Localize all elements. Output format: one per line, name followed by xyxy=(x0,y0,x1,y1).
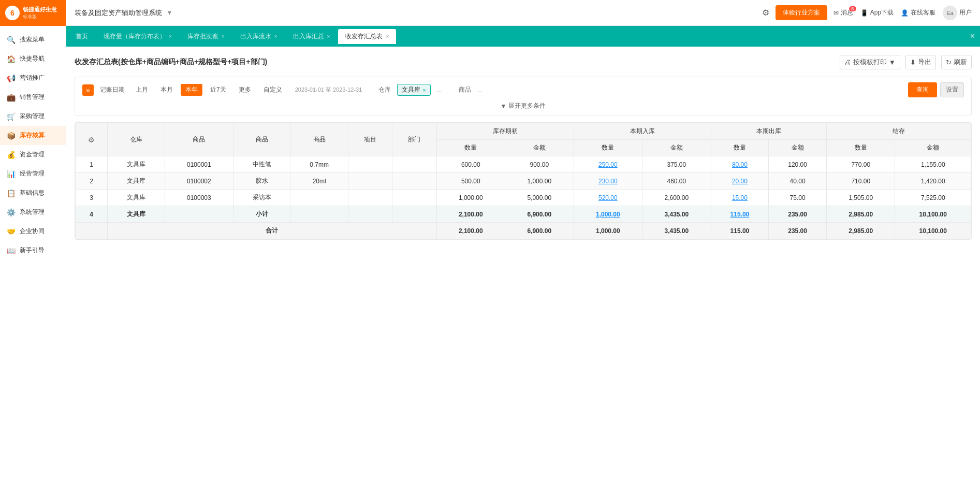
export-btn[interactable]: ⬇ 导出 xyxy=(905,55,936,69)
tab-summary[interactable]: 出入库汇总 × xyxy=(286,29,338,44)
sidebar-item-finance[interactable]: 💰 资金管理 xyxy=(0,145,66,164)
table-footer-row: 合计 2,100.00 6,900.00 1,000.00 3,435.00 1… xyxy=(76,223,971,239)
page-content: 收发存汇总表(按仓库+商品编码+商品+规格型号+项目+部门) 🖨 按模板打印 ▼… xyxy=(66,47,980,478)
sidebar-item-purchase[interactable]: 🛒 采购管理 xyxy=(0,107,66,126)
sidebar-item-enterprise[interactable]: 🤝 企业协同 xyxy=(0,222,66,241)
footer-in-amount: 3,435.00 xyxy=(642,223,711,239)
filter-toggle-btn[interactable]: » xyxy=(82,84,94,96)
cell-link[interactable]: 115.00 xyxy=(730,211,750,218)
tab-batch[interactable]: 库存批次账 × xyxy=(180,29,232,44)
basic-icon: 📋 xyxy=(6,189,16,197)
tab-close-summary[interactable]: × xyxy=(327,34,330,39)
footer-empty xyxy=(76,223,108,239)
th-settings[interactable]: ⚙ xyxy=(76,123,108,156)
table-cell[interactable]: 230.00 xyxy=(574,173,642,190)
sidebar-item-system[interactable]: ⚙️ 系统管理 xyxy=(0,202,66,222)
sidebar-item-basic[interactable]: 📋 基础信息 xyxy=(0,183,66,202)
warehouse-more-btn[interactable]: ... xyxy=(437,86,442,94)
cell-link[interactable]: 250.00 xyxy=(598,161,618,168)
filter-settings-btn[interactable]: 设置 xyxy=(940,82,964,97)
tab-close-flow[interactable]: × xyxy=(274,34,277,39)
goods-more-btn[interactable]: ... xyxy=(477,86,482,94)
finance-icon: 💰 xyxy=(6,151,16,159)
cell-link[interactable]: 15.00 xyxy=(732,194,748,201)
table-cell: 文具库 xyxy=(108,206,165,223)
sidebar-item-sales[interactable]: 💼 销售管理 xyxy=(0,88,66,107)
online-service-btn[interactable]: 👤 在线客服 xyxy=(901,8,935,17)
table-cell[interactable]: 1,000.00 xyxy=(574,206,642,223)
table-cell: 1,505.00 xyxy=(826,190,895,206)
sidebar-item-inventory[interactable]: 📦 库存核算 xyxy=(0,126,66,145)
footer-label: 合计 xyxy=(108,223,436,239)
table-cell[interactable]: 80.00 xyxy=(711,156,769,173)
table-cell[interactable]: 250.00 xyxy=(574,156,642,173)
tab-stock-dist[interactable]: 现存量（库存分布表） × xyxy=(96,29,179,44)
table-cell xyxy=(392,190,436,206)
sidebar-item-label: 库存核算 xyxy=(20,131,45,140)
sidebar-item-search[interactable]: 🔍 搜索菜单 xyxy=(0,30,66,49)
cell-link[interactable]: 20.00 xyxy=(732,178,748,185)
refresh-btn[interactable]: ↻ 刷新 xyxy=(941,55,972,69)
table-cell: 500.00 xyxy=(436,173,505,190)
enterprise-icon: 🤝 xyxy=(6,227,16,236)
date-btn-custom[interactable]: 自定义 xyxy=(259,84,287,96)
sidebar-item-operation[interactable]: 📊 经营管理 xyxy=(0,164,66,183)
footer-opening-qty: 2,100.00 xyxy=(436,223,505,239)
warehouse-tag-close[interactable]: × xyxy=(422,87,426,93)
date-btn-more[interactable]: 更多 xyxy=(234,84,256,96)
message-icon: ✉ xyxy=(833,9,839,17)
tab-home[interactable]: 首页 xyxy=(68,29,95,44)
topbar-dropdown-icon[interactable]: ▼ xyxy=(166,9,173,17)
table-cell: 600.00 xyxy=(436,156,505,173)
table-cell[interactable]: 15.00 xyxy=(711,190,769,206)
tab-flow[interactable]: 出入库流水 × xyxy=(233,29,285,44)
cell-link[interactable]: 230.00 xyxy=(598,178,618,185)
page-title-actions: 🖨 按模板打印 ▼ ⬇ 导出 ↻ 刷新 xyxy=(840,55,972,69)
table-cell[interactable]: 20.00 xyxy=(711,173,769,190)
service-icon: 👤 xyxy=(901,9,909,17)
topbar-right: ✉ 消息 6 📱 App下载 👤 在线客服 Ea 用户 xyxy=(833,6,972,20)
date-btn-this-month[interactable]: 本月 xyxy=(156,84,178,96)
table-cell[interactable]: 520.00 xyxy=(574,190,642,206)
sidebar-item-marketing[interactable]: 📢 营销推广 xyxy=(0,68,66,88)
app-download-btn[interactable]: 📱 App下载 xyxy=(860,8,894,17)
table-settings-icon[interactable]: ⚙ xyxy=(88,136,95,144)
footer-in-qty: 1,000.00 xyxy=(574,223,642,239)
table-cell: 采访本 xyxy=(233,190,290,206)
date-shortcuts: 上月 本月 本年 近7天 更多 自定义 xyxy=(131,84,287,96)
message-btn[interactable]: ✉ 消息 6 xyxy=(833,8,853,17)
topbar-settings[interactable]: ⚙ xyxy=(762,8,769,18)
table-cell: 1,420.00 xyxy=(895,173,971,190)
close-all-tabs-btn[interactable]: × xyxy=(970,32,975,41)
query-btn[interactable]: 查询 xyxy=(908,82,937,97)
date-btn-this-year[interactable]: 本年 xyxy=(181,84,202,96)
tab-close-stock-dist[interactable]: × xyxy=(169,34,172,39)
expand-filter-btn[interactable]: ▼ 展开更多条件 xyxy=(501,102,546,110)
sidebar-item-guide[interactable]: 📖 新手引导 xyxy=(0,241,66,260)
date-btn-last-month[interactable]: 上月 xyxy=(131,84,153,96)
table-cell: 1 xyxy=(76,156,108,173)
cell-link[interactable]: 80.00 xyxy=(732,161,748,168)
cell-link[interactable]: 1,000.00 xyxy=(596,211,620,218)
table-cell xyxy=(290,190,348,206)
expand-icon: ▼ xyxy=(501,103,507,110)
cell-link[interactable]: 520.00 xyxy=(598,194,618,201)
table-row: 1文具库0100001中性笔0.7mm600.00900.00250.00375… xyxy=(76,156,971,173)
table-cell: 900.00 xyxy=(505,156,574,173)
table-cell[interactable]: 115.00 xyxy=(711,206,769,223)
table-cell: 3 xyxy=(76,190,108,206)
experience-btn[interactable]: 体验行业方案 xyxy=(776,5,827,20)
tab-receive-summary[interactable]: 收发存汇总表 × xyxy=(338,29,396,44)
table-cell: 文具库 xyxy=(108,173,165,190)
goods-filter-label: 商品 xyxy=(459,85,471,94)
print-btn[interactable]: 🖨 按模板打印 ▼ xyxy=(840,55,900,69)
tab-close-batch[interactable]: × xyxy=(222,34,225,39)
system-title: 装备及固定资产辅助管理系统 ▼ xyxy=(75,8,756,18)
user-profile-btn[interactable]: Ea 用户 xyxy=(943,6,972,20)
sidebar-item-quick-nav[interactable]: 🏠 快捷导航 xyxy=(0,49,66,68)
tab-close-receive-summary[interactable]: × xyxy=(386,34,389,39)
date-btn-7days[interactable]: 近7天 xyxy=(206,84,231,96)
table-cell: 2,600.00 xyxy=(642,190,711,206)
th-closing-qty: 数量 xyxy=(826,140,895,156)
footer-closing-qty: 2,985.00 xyxy=(826,223,895,239)
